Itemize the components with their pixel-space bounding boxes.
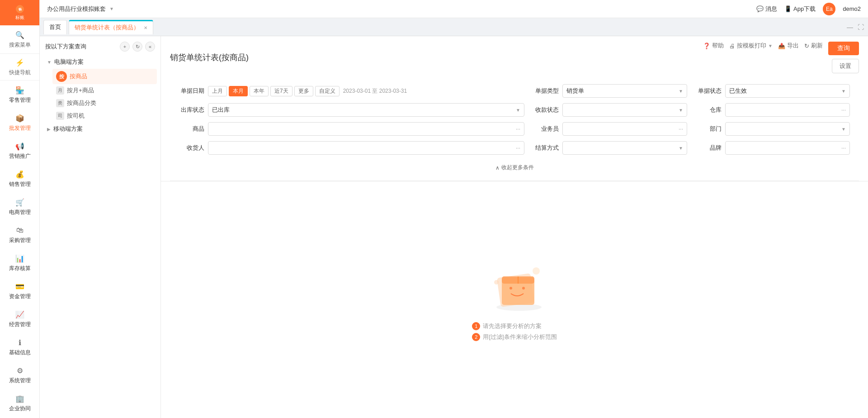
warehouse2-control[interactable]: ··· [725, 103, 850, 117]
date-this-month[interactable]: 本月 [229, 86, 248, 96]
tab-sales-stats-label: 销货单统计表（按商品） [75, 24, 139, 32]
date-custom[interactable]: 自定义 [315, 86, 340, 96]
purchase-icon: 🛍 [15, 225, 25, 235]
collapse-more-btn[interactable]: ∧ 收起更多条件 [495, 164, 534, 171]
sidebar-item-marketing[interactable]: 📢 营销推广 [0, 137, 39, 165]
sidebar-item-wholesale[interactable]: 📦 批发管理 [0, 109, 39, 137]
tree-section-mobile: ▶ 移动端方案 [40, 122, 160, 136]
svg-point-8 [522, 287, 525, 290]
sidebar-logo[interactable]: 畅 标账 [0, 0, 39, 25]
window-controls: — ⛶ [846, 24, 864, 31]
wholesale-icon: 📦 [15, 113, 25, 123]
tree-child-by-month-product[interactable]: 月 按月+商品 [52, 84, 157, 97]
top-header: 办公用品行业模拟账套 ▼ 💬 消息 📱 App下载 Ea demo2 [40, 0, 868, 18]
sidebar-item-finance[interactable]: 💳 资金管理 [0, 277, 39, 305]
breadcrumb-arrow[interactable]: ▼ [109, 6, 114, 11]
tab-sales-stats[interactable]: 销货单统计表（按商品） ✕ [69, 20, 153, 34]
brand-control[interactable]: ··· [725, 141, 850, 155]
filter-warehouse-status: 出库状态 已出库 ▼ [179, 103, 524, 117]
sidebar-item-purchase[interactable]: 🛍 采购管理 [0, 221, 39, 249]
svg-text:畅: 畅 [18, 8, 21, 11]
sidebar-search[interactable]: 🔍 搜索菜单 [0, 25, 39, 54]
tree-child-by-product[interactable]: 按 按商品 [52, 69, 157, 84]
left-panel-title: 按以下方案查询 [45, 43, 86, 51]
message-label: 消息 [765, 5, 777, 13]
doc-status-control[interactable]: 已生效 ▼ [725, 84, 850, 98]
payment-status-control[interactable]: ▼ [562, 103, 687, 117]
sidebar-item-retail[interactable]: 🏪 零售管理 [0, 81, 39, 109]
date-this-year[interactable]: 本年 [250, 86, 269, 96]
sidebar-item-ecommerce[interactable]: 🛒 电商管理 [0, 193, 39, 221]
date-7days[interactable]: 近7天 [270, 86, 292, 96]
sidebar-quick-nav[interactable]: ⚡ 快捷导航 [0, 54, 39, 81]
sidebar-item-system[interactable]: ⚙ 系统管理 [0, 361, 39, 389]
product-dots: ··· [516, 126, 520, 132]
sidebar-item-base[interactable]: ℹ 基础信息 [0, 333, 39, 361]
doc-status-arrow: ▼ [841, 89, 846, 94]
quick-nav-label: 快捷导航 [9, 69, 31, 76]
message-action[interactable]: 💬 消息 [756, 5, 777, 13]
tree-children-pc: 按 按商品 月 按月+商品 类 按商品分类 司 [43, 69, 157, 122]
staff-dots: ··· [679, 126, 683, 132]
warehouse-status-control[interactable]: 已出库 ▼ [208, 103, 524, 117]
sidebar-item-inventory[interactable]: 📊 库存核算 [0, 249, 39, 277]
refresh-icon: ↻ [804, 43, 809, 49]
step-1-text: 请先选择要分析的方案 [483, 322, 542, 330]
query-btn-area: 查询 设置 [828, 42, 859, 73]
help-action[interactable]: ❓ 帮助 [703, 42, 724, 50]
left-panel: 按以下方案查询 + ↻ « ▼ 电脑端方案 按 按商品 [40, 36, 161, 418]
search-label: 搜索菜单 [9, 41, 31, 49]
payment-status-arrow: ▼ [679, 108, 683, 113]
user-avatar[interactable]: Ea [823, 3, 835, 15]
window-minimize[interactable]: — [846, 24, 854, 31]
app-download-action[interactable]: 📱 App下载 [784, 5, 816, 13]
doc-type-control[interactable]: 销货单 ▼ [562, 84, 687, 98]
filter-doc-type: 单据类型 销货单 ▼ [533, 84, 687, 98]
finance-label: 资金管理 [9, 293, 31, 300]
filter-area: 单据日期 上月 本月 本年 近7天 更多 自定义 20 [170, 79, 859, 181]
settings-button[interactable]: 设置 [832, 59, 859, 73]
sidebar-item-sales[interactable]: 💰 销售管理 [0, 165, 39, 193]
marketing-label: 营销推广 [9, 152, 31, 160]
tree-child-by-category[interactable]: 类 按商品分类 [52, 97, 157, 109]
month-product-icon: 月 [56, 86, 64, 95]
staff-control[interactable]: ··· [562, 122, 687, 136]
quick-nav-icon: ⚡ [15, 57, 25, 67]
tab-home[interactable]: 首页 [43, 20, 67, 34]
print-action[interactable]: 🖨 按模板打印 ▼ [729, 42, 773, 50]
page-title-row: 销货单统计表(按商品) ❓ 帮助 🖨 按模板打印 ▼ [170, 42, 859, 73]
system-icon: ⚙ [15, 366, 25, 375]
tree-child-by-cashier[interactable]: 司 按司机 [52, 109, 157, 122]
doc-type-value: 销货单 [566, 87, 584, 95]
sidebar-item-operations[interactable]: 📈 经营管理 [0, 305, 39, 333]
payment-method-control[interactable]: ▼ [562, 141, 687, 155]
tab-close-icon[interactable]: ✕ [144, 25, 147, 30]
filter-payment-method: 结算方式 ▼ [533, 141, 687, 155]
date-last-month[interactable]: 上月 [208, 86, 227, 96]
page-title: 销货单统计表(按商品) [170, 52, 249, 63]
query-button[interactable]: 查询 [828, 42, 859, 55]
payment-method-label: 结算方式 [533, 144, 559, 152]
receiver-control[interactable]: ··· [208, 141, 524, 155]
tree-parent-mobile[interactable]: ▶ 移动端方案 [43, 122, 157, 136]
user-abbr: Ea [826, 6, 833, 12]
product-control[interactable]: ··· [208, 122, 524, 136]
step-num-1: 1 [472, 322, 480, 330]
ecommerce-label: 电商管理 [9, 209, 31, 216]
collapse-panel-btn[interactable]: « [145, 42, 155, 52]
refresh-scheme-btn[interactable]: ↻ [132, 42, 142, 52]
export-action[interactable]: 📤 导出 [778, 42, 799, 50]
refresh-action[interactable]: ↻ 刷新 [804, 42, 823, 50]
add-scheme-btn[interactable]: + [120, 42, 130, 52]
window-maximize[interactable]: ⛶ [857, 24, 864, 31]
active-circle-icon: 按 [56, 71, 67, 82]
sales-label: 销售管理 [9, 180, 31, 188]
message-icon: 💬 [756, 5, 764, 12]
tree-parent-pc[interactable]: ▼ 电脑端方案 [43, 55, 157, 69]
sidebar-item-enterprise[interactable]: 🏢 企业协同 [0, 389, 39, 417]
marketing-icon: 📢 [15, 141, 25, 151]
collapse-label: 收起更多条件 [501, 164, 534, 171]
page-header: 销货单统计表(按商品) ❓ 帮助 🖨 按模板打印 ▼ [161, 36, 868, 181]
date-more[interactable]: 更多 [294, 86, 313, 96]
dept-control[interactable]: ▼ [725, 122, 850, 136]
